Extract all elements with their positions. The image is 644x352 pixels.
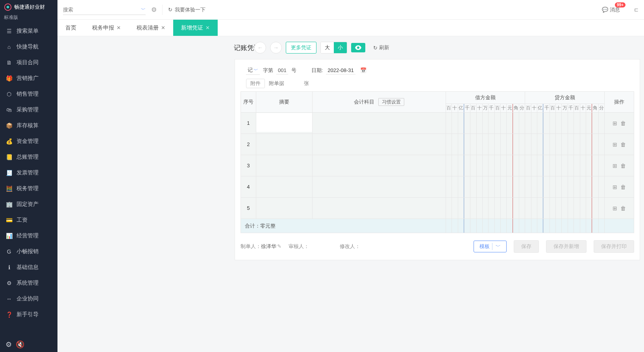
refresh-button[interactable]: ↻ 刷新 <box>373 44 389 51</box>
digit-cell[interactable] <box>531 198 537 219</box>
sidebar-item-9[interactable]: 🧾发票管理 <box>0 165 57 181</box>
sidebar-item-14[interactable]: G小畅报销 <box>0 244 57 259</box>
digit-cell[interactable] <box>464 219 470 233</box>
chevron-down-icon[interactable]: ﹀ <box>141 6 146 13</box>
digit-cell[interactable] <box>500 113 506 133</box>
digit-cell[interactable] <box>550 113 555 133</box>
digit-cell[interactable] <box>506 155 513 176</box>
more-voucher-button[interactable]: 更多凭证 <box>286 42 316 54</box>
tab-3[interactable]: 新增凭证✕ <box>173 20 218 36</box>
digit-cell[interactable] <box>531 134 537 155</box>
credit-cell[interactable] <box>525 198 605 219</box>
digit-cell[interactable] <box>500 198 506 219</box>
save-button[interactable]: 保存 <box>514 240 539 253</box>
digit-cell[interactable] <box>482 219 488 233</box>
digit-cell[interactable] <box>500 155 506 176</box>
tab-0[interactable]: 首页 <box>57 20 84 36</box>
digit-cell[interactable] <box>537 198 543 219</box>
digit-cell[interactable] <box>598 134 604 155</box>
digit-cell[interactable] <box>525 219 531 233</box>
subject-cell[interactable] <box>313 198 446 219</box>
digit-cell[interactable] <box>568 155 574 176</box>
digit-cell[interactable] <box>592 176 598 197</box>
delete-row-icon[interactable]: 🗑 <box>620 120 626 126</box>
credit-cell[interactable] <box>525 113 605 134</box>
digit-cell[interactable] <box>568 219 574 233</box>
debit-cell[interactable] <box>446 134 525 155</box>
digit-cell[interactable] <box>500 134 506 155</box>
digit-cell[interactable] <box>586 113 592 133</box>
voucher-number-input[interactable]: 001 <box>276 67 288 74</box>
digit-cell[interactable] <box>476 219 482 233</box>
digit-cell[interactable] <box>598 113 604 133</box>
digit-cell[interactable] <box>470 155 476 176</box>
summary-input[interactable] <box>256 113 313 132</box>
digit-cell[interactable] <box>446 113 452 133</box>
digit-cell[interactable] <box>482 198 488 219</box>
digit-cell[interactable] <box>568 198 574 219</box>
digit-cell[interactable] <box>494 219 500 233</box>
digit-cell[interactable] <box>525 176 531 197</box>
digit-cell[interactable] <box>592 155 598 176</box>
digit-cell[interactable] <box>592 219 598 233</box>
digit-cell[interactable] <box>464 155 470 176</box>
digit-cell[interactable] <box>494 176 500 197</box>
delete-row-icon[interactable]: 🗑 <box>620 205 626 211</box>
add-row-icon[interactable]: ⊞ <box>613 205 617 211</box>
digit-cell[interactable] <box>452 155 457 176</box>
digit-cell[interactable] <box>598 155 604 176</box>
summary-cell[interactable] <box>256 198 313 219</box>
digit-cell[interactable] <box>488 198 494 219</box>
digit-cell[interactable] <box>537 176 543 197</box>
digit-cell[interactable] <box>506 113 513 133</box>
subject-cell[interactable] <box>313 155 446 176</box>
digit-cell[interactable] <box>470 134 476 155</box>
add-row-icon[interactable]: ⊞ <box>613 120 617 126</box>
sidebar-item-16[interactable]: ⚙系统管理 <box>0 275 57 291</box>
digit-cell[interactable] <box>446 219 452 233</box>
add-row-icon[interactable]: ⊞ <box>613 184 617 190</box>
digit-cell[interactable] <box>470 113 476 133</box>
digit-cell[interactable] <box>519 155 525 176</box>
summary-cell[interactable] <box>256 113 313 134</box>
digit-cell[interactable] <box>482 176 488 197</box>
sidebar-item-4[interactable]: ⬡销售管理 <box>0 86 57 102</box>
subject-cell[interactable] <box>313 176 446 198</box>
digit-cell[interactable] <box>506 176 513 197</box>
digit-cell[interactable] <box>513 113 519 133</box>
attachment-button[interactable]: 附件 <box>246 79 265 88</box>
digit-cell[interactable] <box>470 198 476 219</box>
digit-cell[interactable] <box>464 134 470 155</box>
digit-cell[interactable] <box>525 134 531 155</box>
digit-cell[interactable] <box>568 176 574 197</box>
calendar-icon[interactable]: 📅 <box>360 67 366 73</box>
digit-cell[interactable] <box>519 134 525 155</box>
sidebar-item-12[interactable]: 💳工资 <box>0 212 57 228</box>
experience-link[interactable]: ↻ 我要体验一下 <box>168 6 205 13</box>
summary-cell[interactable] <box>256 176 313 198</box>
summary-cell[interactable] <box>256 134 313 155</box>
digit-cell[interactable] <box>506 198 513 219</box>
digit-cell[interactable] <box>464 113 470 133</box>
digit-cell[interactable] <box>500 219 506 233</box>
close-icon[interactable]: ✕ <box>161 25 165 31</box>
habit-settings-button[interactable]: 习惯设置 <box>378 98 404 106</box>
digit-cell[interactable] <box>458 198 464 219</box>
next-button[interactable]: → <box>270 42 282 54</box>
digit-cell[interactable] <box>452 134 457 155</box>
tab-2[interactable]: 税表清册✕ <box>129 20 173 36</box>
digit-cell[interactable] <box>513 134 519 155</box>
digit-cell[interactable] <box>519 176 525 197</box>
messages-button[interactable]: 💬 消息 99+ <box>602 6 620 13</box>
sidebar-item-3[interactable]: 🎁营销推广 <box>0 70 57 86</box>
digit-cell[interactable] <box>476 198 482 219</box>
summary-cell[interactable] <box>256 155 313 176</box>
digit-cell[interactable] <box>513 176 519 197</box>
digit-cell[interactable] <box>574 198 579 219</box>
size-small[interactable]: 小 <box>334 42 347 53</box>
sidebar-item-18[interactable]: ❓新手引导 <box>0 307 57 322</box>
debit-cell[interactable] <box>446 176 525 198</box>
add-row-icon[interactable]: ⊞ <box>613 163 617 169</box>
subject-cell[interactable] <box>313 113 446 134</box>
sidebar-item-13[interactable]: 📊经营管理 <box>0 228 57 244</box>
